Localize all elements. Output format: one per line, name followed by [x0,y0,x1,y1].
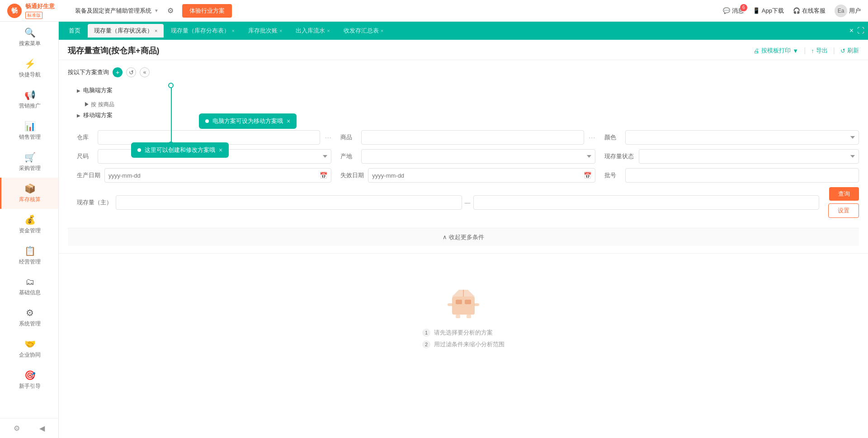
tooltip-dot [137,148,141,152]
filter-row-3: 生产日期 📅 失效日期 📅 [77,168,859,183]
goods-field: 商品 ··· [340,130,595,145]
expiry-date-input[interactable] [372,172,581,179]
svg-rect-1 [456,300,462,304]
tab-close-icon[interactable]: × [279,28,282,33]
chevron-down-icon: ▼ [793,47,798,54]
header-middle: 装备及固定资产辅助管理系统 ▼ ⚙ 体验行业方案 [66,4,723,18]
tooltip2-close-button[interactable]: × [219,146,222,154]
filter-arrow-button[interactable]: « [140,67,150,77]
collapse-bar[interactable]: ∧ 收起更多条件 [68,228,859,246]
logo-area: 畅 畅通好生意 标准版 [7,2,66,19]
quicknav-icon: ⚡ [24,58,36,69]
print-icon: 🖨 [754,47,760,54]
chevron-down-icon: ▼ [154,8,159,13]
batch-input[interactable] [625,168,859,183]
filter-add-button[interactable]: + [113,67,123,77]
scheme-mobile-header[interactable]: ▶ 移动端方案 [77,109,859,121]
sidebar-item-system[interactable]: ⚙ 系统管理 [0,302,58,333]
messages-button[interactable]: 💬 消息 6 [723,7,744,15]
filter-refresh-button[interactable]: ↺ [126,67,136,77]
expand-icon: ▶ [84,101,90,108]
newbie-icon: 🎯 [24,370,36,381]
tab-inventory-batch[interactable]: 库存批次账 × [242,24,288,38]
reset-button[interactable]: 设置 [828,203,859,218]
sidebar-item-operations[interactable]: 📋 经营管理 [0,240,58,271]
tab-close-all-button[interactable]: × [849,27,854,35]
filter-header: 按以下方案查询 + ↺ « [68,67,859,77]
sidebar-item-finance[interactable]: 💰 资金管理 [0,209,58,240]
scheme-desktop-header[interactable]: ▶ 电脑端方案 [77,85,859,96]
tab-close-icon[interactable]: × [381,28,383,33]
sidebar-collapse-button[interactable]: ◀ [39,424,45,433]
user-name: 用户 [849,7,861,15]
tip-num-2: 2 [422,340,430,349]
goods-input[interactable] [361,130,584,145]
top-header: 畅 畅通好生意 标准版 装备及固定资产辅助管理系统 ▼ ⚙ 体验行业方案 💬 消… [0,0,868,22]
svg-rect-6 [456,315,460,318]
filter-row-4: 现存量（主） — 查询 设置 [77,187,859,218]
system-selector[interactable]: 装备及固定资产辅助管理系统 ▼ [75,7,159,15]
stock-min-input[interactable] [116,195,462,210]
operations-icon: 📋 [24,245,36,256]
stock-max-input[interactable] [473,195,820,210]
origin-select[interactable] [361,149,595,164]
empty-state: 1 请先选择要分析的方案 2 用过滤条件来缩小分析范围 [59,254,868,376]
sidebar-item-enterprise[interactable]: 🤝 企业协同 [0,333,58,364]
goods-dots-icon[interactable]: ··· [589,133,595,142]
tab-home[interactable]: 首页 [62,24,87,38]
empty-tip-2: 2 用过滤条件来缩小分析范围 [422,340,505,349]
tab-stock-flow[interactable]: 出入库流水 × [289,24,336,38]
sales-icon: 📊 [24,121,36,132]
page-content: 现存量查询(按仓库+商品) 🖨 按模板打印 ▼ | ↑ 导出 | ↺ [59,40,868,438]
tab-bar: 首页 现存量（库存状况表） × 现存量（库存分布表） × 库存批次账 × 出入库… [59,22,868,40]
stock-main-field: 现存量（主） — [77,195,819,210]
production-date-input[interactable] [108,172,318,179]
collapse-button[interactable]: ∧ 收起更多条件 [443,233,484,241]
svg-rect-4 [448,303,453,306]
query-button[interactable]: 查询 [829,187,859,201]
sidebar: 🔍 搜索菜单 ⚡ 快捷导航 📢 营销推广 📊 销售管理 🛒 采购管理 📦 库存核… [0,22,59,438]
tab-inventory-distribution[interactable]: 现存量（库存分布表） × [165,24,241,38]
sidebar-item-sales[interactable]: 📊 销售管理 [0,115,58,146]
online-support-button[interactable]: 🎧 在线客服 [793,7,826,15]
sidebar-item-search[interactable]: 🔍 搜索菜单 [0,22,58,53]
svg-rect-0 [452,297,475,315]
expand-icon: ▶ [77,88,80,93]
sidebar-item-purchase[interactable]: 🛒 采购管理 [0,146,58,178]
color-select[interactable] [625,130,859,145]
stock-status-select[interactable] [639,149,859,164]
settings-button[interactable]: ⚙ [164,5,177,17]
tab-close-icon[interactable]: × [327,28,330,33]
sidebar-item-inventory[interactable]: 📦 库存核算 [0,178,58,209]
tooltip1-close-button[interactable]: × [287,118,290,125]
tab-close-icon[interactable]: × [231,28,234,33]
tab-inventory-status[interactable]: 现存量（库存状况表） × [88,24,164,38]
industry-button[interactable]: 体验行业方案 [182,4,232,18]
sidebar-item-newbie[interactable]: 🎯 新手引导 [0,364,58,396]
sidebar-item-marketing[interactable]: 📢 营销推广 [0,84,58,115]
sidebar-item-quicknav[interactable]: ⚡ 快捷导航 [0,53,58,84]
finance-icon: 💰 [24,214,36,225]
export-button[interactable]: ↑ 导出 [811,47,828,55]
scheme-sub-item[interactable]: ▶ 按 按商品 [84,100,859,109]
warehouse-dots-icon[interactable]: ··· [325,133,331,142]
tab-receive-summary[interactable]: 收发存汇总表 × [337,24,390,38]
logo-text: 畅通好生意 标准版 [25,2,55,19]
calendar-icon[interactable]: 📅 [320,172,327,179]
connector-dot-top [168,83,174,88]
tab-maximize-button[interactable]: ⛶ [857,27,864,35]
batch-field: 批号 [604,168,859,183]
main-layout: 🔍 搜索菜单 ⚡ 快捷导航 📢 营销推广 📊 销售管理 🛒 采购管理 📦 库存核… [0,22,868,438]
refresh-button[interactable]: ↺ 刷新 [840,47,859,55]
empty-tip-1: 1 请先选择要分析的方案 [422,329,505,337]
tab-close-icon[interactable]: × [155,28,157,33]
sidebar-settings-button[interactable]: ⚙ [14,424,20,433]
user-menu[interactable]: Ea 用户 [835,5,861,17]
template-print-button[interactable]: 🖨 按模板打印 ▼ [754,47,798,55]
expand-icon: ▶ [77,113,80,118]
calendar-icon[interactable]: 📅 [584,172,591,179]
app-download-button[interactable]: 📱 App下载 [753,7,784,15]
empty-tips: 1 请先选择要分析的方案 2 用过滤条件来缩小分析范围 [422,329,505,349]
export-icon: ↑ [811,47,814,54]
sidebar-item-basic[interactable]: 🗂 基础信息 [0,271,58,302]
